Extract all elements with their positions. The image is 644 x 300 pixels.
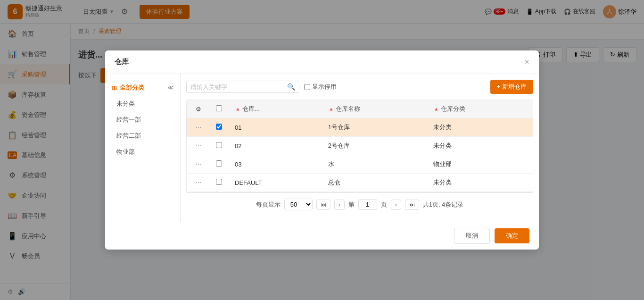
row-name: 2号仓库: [322, 137, 428, 155]
row-dots-btn[interactable]: ···: [195, 160, 201, 168]
category-ops2[interactable]: 经营二部: [105, 128, 180, 144]
modal-body: ⊞ 全部分类 ≪ 未分类 经营一部 经营二部 物业部 🔍: [105, 74, 539, 222]
warehouse-modal: 仓库 × ⊞ 全部分类 ≪ 未分类 经营一部 经营二部 物业部: [105, 50, 539, 250]
collapse-icon[interactable]: ≪: [167, 84, 173, 91]
row-checkbox[interactable]: [216, 160, 222, 167]
row-dots-btn[interactable]: ···: [195, 178, 201, 187]
th-code: 🔺 仓库...: [229, 100, 322, 118]
row-dots-btn[interactable]: ···: [195, 123, 201, 132]
row-code: 01: [229, 118, 322, 137]
row-checkbox[interactable]: [216, 124, 222, 130]
pagination: 每页显示 50 20 100 ⏮ ‹ 第 页 › ⏭ 共1页, 4条记录: [186, 192, 533, 216]
next-page-btn[interactable]: ›: [391, 200, 401, 210]
all-category-label: 全部分类: [120, 83, 144, 92]
table-row[interactable]: ··· 01 1号仓库 未分类: [187, 118, 533, 137]
modal-title: 仓库: [115, 58, 129, 67]
row-checkbox[interactable]: [216, 142, 222, 148]
table-row[interactable]: ··· 02 2号仓库 未分类: [187, 137, 533, 155]
first-page-btn[interactable]: ⏮: [316, 200, 330, 210]
close-icon[interactable]: ×: [524, 57, 529, 67]
row-code: DEFAULT: [229, 174, 322, 192]
new-warehouse-btn[interactable]: + 新增仓库: [490, 80, 533, 94]
row-checkbox[interactable]: [216, 179, 222, 185]
show-disabled-checkbox[interactable]: [304, 84, 310, 90]
page-suffix: 页: [381, 200, 387, 209]
row-actions[interactable]: ···: [187, 174, 210, 192]
row-dots-btn[interactable]: ···: [195, 142, 201, 150]
th-category: 🔺 仓库分类: [428, 100, 533, 118]
gear-icon: ⚙: [196, 106, 201, 113]
row-name: 总仓: [322, 174, 428, 192]
modal-overlay: 仓库 × ⊞ 全部分类 ≪ 未分类 经营一部 经营二部 物业部: [0, 0, 644, 300]
row-code: 02: [229, 137, 322, 155]
grid-icon: ⊞: [112, 84, 117, 92]
modal-sidebar: ⊞ 全部分类 ≪ 未分类 经营一部 经营二部 物业部: [105, 74, 181, 222]
th-name: 🔺 仓库名称: [322, 100, 428, 118]
search-input[interactable]: [190, 83, 287, 91]
prev-page-btn[interactable]: ‹: [334, 200, 345, 210]
category-ops1[interactable]: 经营一部: [105, 112, 180, 128]
th-code-icon: 🔺: [235, 107, 240, 112]
row-name: 水: [322, 155, 428, 174]
row-category: 物业部: [428, 155, 533, 174]
th-category-icon: 🔺: [433, 107, 439, 112]
per-page-select[interactable]: 50 20 100: [284, 199, 313, 210]
row-code: 03: [229, 155, 322, 174]
th-gear: ⚙: [187, 100, 210, 118]
modal-footer: 取消 确定: [105, 222, 539, 250]
modal-main: 🔍 显示停用 + 新增仓库 ⚙: [181, 74, 539, 222]
row-category: 未分类: [428, 118, 533, 137]
row-actions[interactable]: ···: [187, 118, 210, 137]
cancel-button[interactable]: 取消: [454, 228, 490, 244]
th-name-icon: 🔺: [328, 107, 334, 112]
table-header-row: ⚙ 🔺 仓库... 🔺: [187, 100, 533, 118]
row-checkbox-cell[interactable]: [210, 155, 229, 174]
show-disabled-text: 显示停用: [312, 83, 337, 91]
modal-toolbar: 🔍 显示停用 + 新增仓库: [186, 80, 533, 94]
table-row[interactable]: ··· 03 水 物业部: [187, 155, 533, 174]
row-category: 未分类: [428, 137, 533, 155]
page-number-input[interactable]: [358, 199, 377, 210]
all-category-header[interactable]: ⊞ 全部分类 ≪: [105, 80, 180, 96]
row-checkbox-cell[interactable]: [210, 174, 229, 192]
th-checkbox: [210, 100, 229, 118]
select-all-checkbox[interactable]: [216, 105, 222, 111]
per-page-label: 每页显示: [256, 200, 281, 209]
search-icon[interactable]: 🔍: [287, 83, 295, 91]
confirm-button[interactable]: 确定: [495, 228, 529, 243]
row-checkbox-cell[interactable]: [210, 118, 229, 137]
show-disabled-label[interactable]: 显示停用: [304, 83, 337, 91]
search-box: 🔍: [186, 81, 299, 93]
warehouse-table: ⚙ 🔺 仓库... 🔺: [186, 100, 533, 192]
category-unclassified[interactable]: 未分类: [105, 96, 180, 112]
table-row[interactable]: ··· DEFAULT 总仓 未分类: [187, 174, 533, 192]
category-property[interactable]: 物业部: [105, 144, 180, 160]
row-checkbox-cell[interactable]: [210, 137, 229, 155]
modal-header: 仓库 ×: [105, 50, 539, 74]
page-total: 共1页, 4条记录: [423, 200, 464, 209]
row-actions[interactable]: ···: [187, 137, 210, 155]
row-name: 1号仓库: [322, 118, 428, 137]
row-category: 未分类: [428, 174, 533, 192]
page-label: 第: [348, 200, 355, 209]
last-page-btn[interactable]: ⏭: [405, 200, 419, 210]
row-actions[interactable]: ···: [187, 155, 210, 174]
